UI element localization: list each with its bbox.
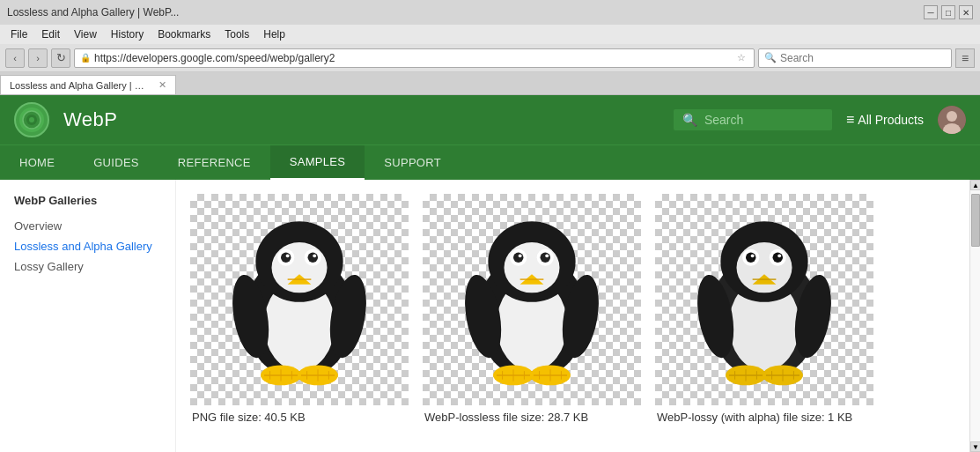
site-title: WebP: [63, 108, 118, 131]
svg-point-36: [519, 254, 522, 257]
svg-point-15: [313, 254, 316, 257]
menu-view[interactable]: View: [67, 26, 104, 42]
penguin-svg-3: [676, 207, 852, 392]
browser-menu-button[interactable]: ≡: [955, 48, 975, 68]
gallery-item-3: WebP-lossy (with alpha) file size: 1 KB: [655, 194, 873, 424]
nav-home[interactable]: HOME: [0, 145, 74, 181]
gallery-caption-2: WebP-lossless file size: 28.7 KB: [423, 411, 590, 424]
svg-point-11: [281, 253, 291, 263]
sidebar-section-title: WebP Galleries: [14, 194, 161, 207]
site-search-placeholder: Search: [704, 113, 743, 127]
svg-point-57: [737, 242, 792, 293]
sidebar: WebP Galleries Overview Lossless and Alp…: [0, 180, 176, 452]
gallery-image-2: [423, 194, 641, 405]
active-tab[interactable]: Lossless and Alpha Gallery | WebP... ✕: [0, 75, 176, 94]
tab-title: Lossless and Alpha Gallery | WebP...: [10, 80, 151, 91]
lock-icon: 🔒: [80, 53, 91, 63]
menu-bar: File Edit View History Bookmarks Tools H…: [0, 25, 980, 44]
site-header: WebP 🔍 Search ≡ All Products: [0, 95, 980, 144]
all-products-button[interactable]: ≡ All Products: [846, 112, 924, 128]
svg-point-33: [505, 242, 560, 293]
menu-help[interactable]: Help: [256, 26, 292, 42]
gallery-item-2: WebP-lossless file size: 28.7 KB: [423, 194, 641, 424]
penguin-svg-2: [444, 207, 620, 392]
page-content: WebP 🔍 Search ≡ All Products HOME GUIDES…: [0, 95, 980, 452]
svg-point-12: [286, 254, 290, 257]
checkerboard-bg-1: [190, 194, 409, 405]
vertical-scrollbar[interactable]: ▲ ▼: [969, 180, 980, 452]
nav-guides[interactable]: GUIDES: [74, 145, 158, 181]
avatar-image: [938, 106, 966, 134]
scrollbar-down-button[interactable]: ▼: [970, 441, 980, 452]
svg-point-39: [545, 254, 549, 257]
site-search-icon: 🔍: [682, 113, 697, 127]
logo-inner: [19, 107, 44, 132]
nav-support[interactable]: SUPPORT: [365, 145, 461, 181]
gallery-item-1: PNG file size: 40.5 KB: [190, 194, 409, 424]
svg-point-38: [541, 253, 550, 263]
browser-search-input[interactable]: [780, 52, 946, 64]
nav-samples[interactable]: SAMPLES: [270, 145, 365, 181]
svg-point-59: [746, 253, 755, 263]
svg-point-35: [513, 253, 523, 263]
menu-edit[interactable]: Edit: [34, 26, 67, 42]
address-bar[interactable]: 🔒 https://developers.google.com/speed/we…: [74, 48, 755, 68]
svg-point-60: [751, 254, 755, 257]
nav-reference[interactable]: REFERENCE: [158, 145, 270, 181]
scrollbar-thumb[interactable]: [971, 194, 980, 247]
site-nav: HOME GUIDES REFERENCE SAMPLES SUPPORT: [0, 144, 980, 180]
sidebar-link-lossy[interactable]: Lossy Gallery: [14, 256, 161, 277]
hamburger-icon: ≡: [846, 112, 854, 128]
forward-button[interactable]: ›: [28, 48, 48, 68]
tab-bar: Lossless and Alpha Gallery | WebP... ✕: [0, 72, 980, 95]
menu-file[interactable]: File: [4, 26, 34, 42]
user-avatar[interactable]: [938, 106, 966, 134]
minimize-button[interactable]: ─: [924, 5, 938, 19]
reload-button[interactable]: ↻: [51, 48, 70, 68]
scrollbar-track[interactable]: [970, 190, 980, 441]
sidebar-link-overview[interactable]: Overview: [14, 216, 161, 236]
svg-point-2: [29, 117, 34, 122]
title-bar: Lossless and Alpha Gallery | WebP... ─ □…: [0, 0, 980, 25]
penguin-svg-1: [211, 207, 387, 392]
nav-bar: ‹ › ↻ 🔒 https://developers.google.com/sp…: [0, 44, 980, 72]
browser-search-icon: 🔍: [764, 52, 777, 63]
url-text: https://developers.google.com/speed/webp…: [94, 52, 731, 64]
svg-point-62: [773, 253, 783, 263]
maximize-button[interactable]: □: [941, 5, 955, 19]
tab-close-button[interactable]: ✕: [158, 79, 166, 91]
gallery-image-3: [655, 194, 873, 405]
main-content: WebP Galleries Overview Lossless and Alp…: [0, 180, 980, 452]
svg-point-9: [272, 242, 328, 293]
close-button[interactable]: ✕: [959, 5, 973, 19]
gallery-grid: PNG file size: 40.5 KB: [190, 194, 955, 424]
browser-search-box[interactable]: 🔍: [758, 48, 952, 68]
menu-history[interactable]: History: [104, 26, 151, 42]
gallery-area: PNG file size: 40.5 KB: [176, 180, 969, 452]
sidebar-link-lossless[interactable]: Lossless and Alpha Gallery: [14, 236, 161, 256]
svg-point-63: [777, 254, 781, 257]
menu-bookmarks[interactable]: Bookmarks: [151, 26, 217, 42]
back-button[interactable]: ‹: [5, 48, 25, 68]
webp-logo-icon: [22, 110, 41, 130]
all-products-label: All Products: [858, 113, 924, 127]
gallery-caption-3: WebP-lossy (with alpha) file size: 1 KB: [655, 411, 854, 424]
window-controls: ─ □ ✕: [924, 5, 973, 19]
checkerboard-bg-2: [423, 194, 641, 405]
site-search-box[interactable]: 🔍 Search: [674, 109, 832, 130]
window-title: Lossless and Alpha Gallery | WebP...: [7, 6, 179, 19]
site-logo: [14, 102, 49, 137]
gallery-caption-1: PNG file size: 40.5 KB: [190, 411, 307, 424]
menu-tools[interactable]: Tools: [217, 26, 256, 42]
svg-point-14: [308, 253, 318, 263]
scrollbar-up-button[interactable]: ▲: [970, 180, 980, 190]
svg-point-4: [947, 111, 957, 122]
address-icons: ☆: [734, 51, 748, 65]
gallery-image-1: [190, 194, 409, 405]
checkerboard-bg-3: [655, 194, 873, 405]
bookmark-icon[interactable]: ☆: [734, 51, 748, 65]
